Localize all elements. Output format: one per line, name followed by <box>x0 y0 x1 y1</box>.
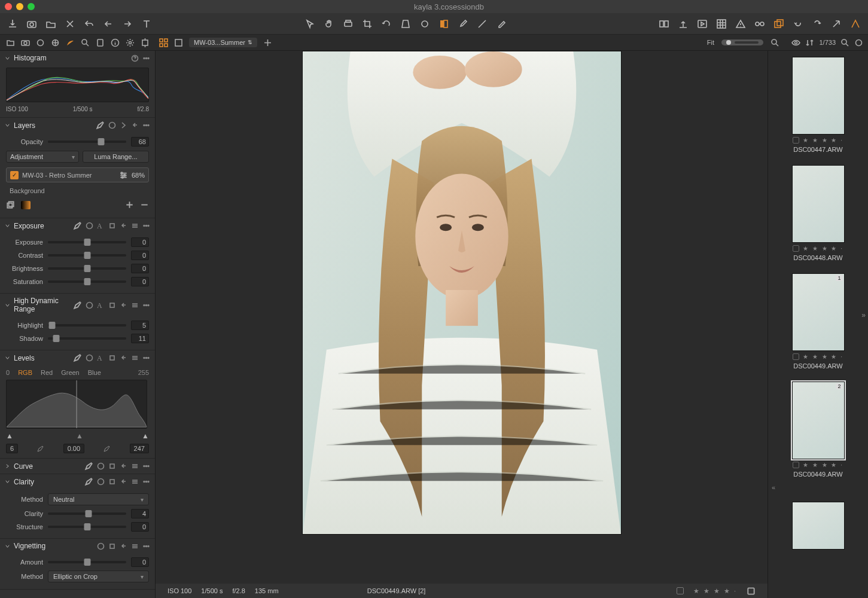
exposure-row-3-slider[interactable] <box>48 280 126 283</box>
browser-rating[interactable]: ★ ★ ★ ★ · <box>803 353 843 360</box>
layer-background[interactable]: Background <box>6 185 149 197</box>
exposure-tab-icon[interactable] <box>66 38 75 47</box>
help-icon[interactable] <box>108 121 116 129</box>
curve-header[interactable]: Curve <box>0 459 155 474</box>
undo-icon[interactable] <box>84 19 95 29</box>
clarity-row-0-value[interactable]: 4 <box>131 509 149 518</box>
lens-tab-icon[interactable] <box>36 38 45 47</box>
levels-tab-green[interactable]: Green <box>61 369 80 376</box>
menu-icon[interactable] <box>131 478 139 486</box>
hdr-row-0-slider[interactable] <box>48 324 126 327</box>
redo-step-icon[interactable] <box>122 19 133 29</box>
opacity-slider[interactable] <box>48 141 126 143</box>
expand-browser-icon[interactable]: » <box>861 311 866 319</box>
variant-selector[interactable]: MW-03...Summer ⇅ <box>189 38 257 47</box>
zoom-slider[interactable] <box>721 39 763 45</box>
variants-icon[interactable] <box>773 19 784 29</box>
levels-out-high[interactable]: 247 <box>130 444 149 453</box>
layer-adjust-icon[interactable] <box>119 170 128 179</box>
clarity-row-0-slider[interactable] <box>48 512 126 515</box>
copy-icon[interactable] <box>108 301 116 309</box>
single-view-icon[interactable] <box>174 38 183 47</box>
browser-thumb[interactable] <box>792 57 845 135</box>
browser-rating[interactable]: ★ ★ ★ ★ · <box>803 137 843 144</box>
settings-tab-icon[interactable] <box>126 38 135 47</box>
exposure-picker-icon[interactable] <box>73 221 82 230</box>
vignetting-header[interactable]: Vignetting <box>0 539 155 553</box>
levels-picker-icon[interactable] <box>73 353 82 362</box>
status-checkbox[interactable] <box>677 587 684 594</box>
copy-icon[interactable] <box>108 478 116 486</box>
more-icon[interactable] <box>142 121 150 129</box>
rotate-tool-icon[interactable] <box>381 19 392 29</box>
reset-icon[interactable] <box>120 478 127 486</box>
close-window-button[interactable] <box>5 3 12 10</box>
slideshow-icon[interactable] <box>697 19 708 29</box>
levels-white-handle[interactable]: ▲ <box>142 432 149 440</box>
white-picker-icon[interactable] <box>103 445 111 453</box>
copy-icon[interactable] <box>108 462 116 470</box>
more-icon[interactable] <box>142 354 150 362</box>
layer-visible-checkbox[interactable]: ✓ <box>10 171 19 179</box>
histogram-header[interactable]: Histogram <box>0 51 155 65</box>
copy-icon[interactable] <box>108 222 116 230</box>
help-icon[interactable] <box>97 462 105 470</box>
more-icon[interactable] <box>142 478 150 486</box>
color-tag-icon[interactable] <box>747 587 756 596</box>
exposure-row-1-value[interactable]: 0 <box>131 251 149 260</box>
rotate-right-icon[interactable] <box>812 19 823 29</box>
help-icon[interactable] <box>86 301 93 309</box>
layers-picker-icon[interactable] <box>96 121 105 130</box>
exposure-row-2-slider[interactable] <box>48 267 126 270</box>
hand-tool-icon[interactable] <box>324 19 334 29</box>
export-icon[interactable] <box>831 19 842 29</box>
exposure-row-1-slider[interactable] <box>48 254 126 257</box>
export-folder-icon[interactable] <box>45 19 56 29</box>
text-annotation-icon[interactable] <box>141 19 152 29</box>
levels-header[interactable]: Levels A <box>0 350 155 365</box>
gradient-tool-icon[interactable] <box>477 19 488 29</box>
menu-icon[interactable] <box>131 354 139 362</box>
levels-tab-blue[interactable]: Blue <box>88 369 101 376</box>
curve-picker-icon[interactable] <box>84 462 93 471</box>
hdr-header[interactable]: High Dynamic Range A <box>0 294 155 316</box>
more-icon[interactable] <box>142 542 150 550</box>
browser-item[interactable]: 1 ★ ★ ★ ★ · DSC00449.ARW <box>768 267 868 376</box>
more-icon[interactable] <box>142 54 150 62</box>
search-tab-icon[interactable] <box>81 38 90 47</box>
browser-loupe-icon[interactable] <box>854 38 863 47</box>
layers-header[interactable]: Layers <box>0 118 155 133</box>
black-picker-icon[interactable] <box>36 445 44 453</box>
clipboard-tab-icon[interactable] <box>96 38 105 47</box>
browser-thumb[interactable] <box>792 502 845 550</box>
levels-black-handle[interactable]: ▲ <box>6 432 13 440</box>
auto-icon[interactable]: A <box>97 354 105 362</box>
mask-adjust-icon[interactable] <box>438 19 449 29</box>
clarity-picker-icon[interactable] <box>84 477 93 486</box>
help-icon[interactable] <box>86 354 93 362</box>
hdr-row-0-value[interactable]: 5 <box>131 321 149 330</box>
auto-icon[interactable]: A <box>97 222 105 230</box>
browser-thumb[interactable]: 2 <box>792 382 845 459</box>
more-icon[interactable] <box>142 301 150 309</box>
menu-icon[interactable] <box>131 301 139 309</box>
help-icon[interactable] <box>86 222 93 230</box>
reset-icon[interactable] <box>120 222 127 230</box>
levels-histogram[interactable] <box>6 380 147 429</box>
glasses-icon[interactable] <box>754 19 765 29</box>
collapse-browser-icon[interactable]: « <box>772 484 775 491</box>
vignette-amount-value[interactable]: 0 <box>131 557 149 567</box>
status-rating[interactable]: ★ ★ ★ ★ · <box>693 587 737 595</box>
grid-icon[interactable] <box>716 19 727 29</box>
library-tab-icon[interactable] <box>6 38 15 47</box>
copy-icon[interactable] <box>108 542 116 550</box>
browser-select-checkbox[interactable] <box>793 353 799 360</box>
clarity-row-1-slider[interactable] <box>48 526 126 528</box>
keystone-tool-icon[interactable] <box>400 19 411 29</box>
print-tool-icon[interactable] <box>343 19 354 29</box>
copy-icon[interactable] <box>108 354 116 362</box>
levels-out-low[interactable]: 6 <box>6 444 18 453</box>
undo-icon[interactable] <box>131 121 139 129</box>
add-variant-icon[interactable] <box>263 38 272 47</box>
exposure-row-2-value[interactable]: 0 <box>131 264 149 273</box>
